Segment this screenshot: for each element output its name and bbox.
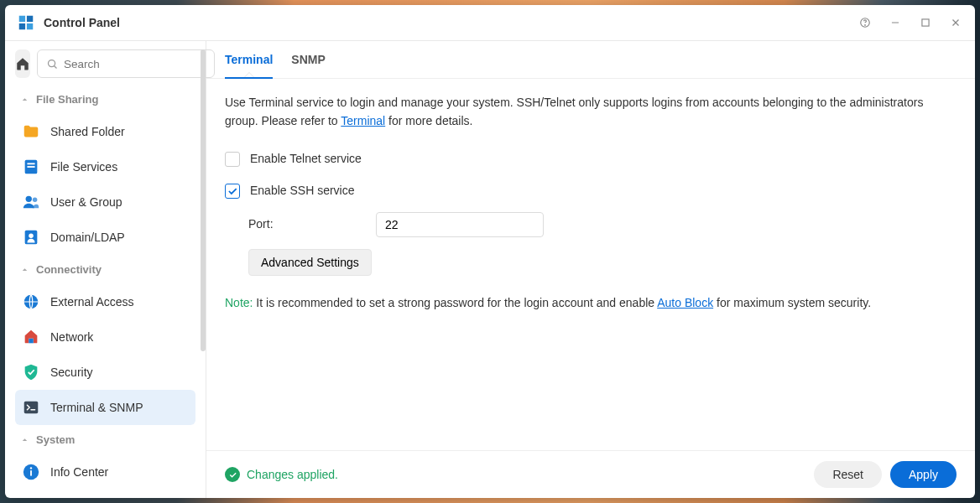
check-icon <box>227 185 238 197</box>
file-services-icon <box>22 158 40 176</box>
window-controls <box>858 15 963 30</box>
sidebar-item-label: File Services <box>50 160 117 174</box>
note-line: Note: It is recommended to set a strong … <box>225 294 957 313</box>
terminal-settings-content: Use Terminal service to login and manage… <box>206 79 975 450</box>
svg-rect-14 <box>27 166 34 168</box>
port-row: Port: <box>225 207 957 242</box>
search-field[interactable] <box>37 49 215 78</box>
external-access-icon <box>22 293 40 311</box>
terminal-link[interactable]: Terminal <box>341 114 385 127</box>
sidebar-item-user-group[interactable]: User & Group <box>15 184 195 220</box>
enable-ssh-row: Enable SSH service <box>225 175 957 207</box>
info-icon <box>22 463 40 481</box>
sidebar: File Sharing Shared Folder File Services… <box>5 41 206 498</box>
enable-ssh-label: Enable SSH service <box>250 182 355 200</box>
section-file-sharing[interactable]: File Sharing <box>15 85 201 114</box>
shield-icon <box>22 363 40 381</box>
home-icon <box>15 56 30 71</box>
svg-line-11 <box>55 65 57 68</box>
terminal-icon <box>22 398 40 417</box>
svg-rect-1 <box>27 16 33 22</box>
sidebar-item-shared-folder[interactable]: Shared Folder <box>15 114 195 149</box>
success-icon <box>225 467 240 482</box>
chevron-up-icon <box>20 95 29 104</box>
sidebar-item-label: User & Group <box>50 195 122 209</box>
sidebar-item-label: Shared Folder <box>50 125 125 138</box>
chevron-up-icon <box>20 265 29 274</box>
status-message: Changes applied. <box>225 467 805 482</box>
note-label: Note: <box>225 296 253 309</box>
svg-rect-3 <box>27 23 33 29</box>
user-group-icon <box>22 193 40 211</box>
scrollbar-thumb[interactable] <box>201 49 206 351</box>
reset-button[interactable]: Reset <box>814 461 882 488</box>
svg-rect-2 <box>19 23 25 29</box>
maximize-button[interactable] <box>918 15 933 30</box>
sidebar-item-label: Info Center <box>50 465 108 479</box>
enable-telnet-label: Enable Telnet service <box>250 150 362 169</box>
sidebar-item-security[interactable]: Security <box>15 355 195 390</box>
window-title: Control Panel <box>44 16 858 29</box>
body: File Sharing Shared Folder File Services… <box>5 41 975 498</box>
footer: Changes applied. Reset Apply <box>206 450 975 498</box>
section-label: Connectivity <box>36 263 102 276</box>
auto-block-link[interactable]: Auto Block <box>657 296 713 309</box>
domain-icon <box>22 228 40 246</box>
svg-point-24 <box>30 467 32 469</box>
svg-rect-20 <box>29 339 34 344</box>
sidebar-item-info-center[interactable]: Info Center <box>15 454 195 490</box>
sidebar-scrollbar[interactable] <box>201 49 206 490</box>
svg-rect-23 <box>30 470 32 475</box>
section-label: File Sharing <box>36 93 98 106</box>
folder-icon <box>22 122 40 141</box>
help-button[interactable] <box>858 15 873 30</box>
tab-bar: Terminal SNMP <box>206 41 975 79</box>
svg-rect-0 <box>19 16 25 22</box>
advanced-settings-button[interactable]: Advanced Settings <box>248 249 372 276</box>
minimize-button[interactable] <box>888 15 903 30</box>
svg-point-5 <box>865 25 866 26</box>
sidebar-item-terminal-snmp[interactable]: Terminal & SNMP <box>15 390 195 425</box>
intro-text: Use Terminal service to login and manage… <box>225 94 957 130</box>
sidebar-item-external-access[interactable]: External Access <box>15 284 195 319</box>
port-input[interactable] <box>376 212 544 237</box>
enable-telnet-row: Enable Telnet service <box>225 143 957 175</box>
network-icon <box>22 328 40 346</box>
apply-button[interactable]: Apply <box>890 461 957 488</box>
chevron-up-icon <box>20 435 29 444</box>
svg-rect-13 <box>27 163 34 164</box>
app-icon <box>17 13 35 32</box>
window: Control Panel File Sharing <box>5 5 975 498</box>
svg-point-15 <box>26 196 32 202</box>
section-label: System <box>36 433 75 446</box>
enable-ssh-checkbox[interactable] <box>225 184 240 199</box>
port-label: Port: <box>248 215 366 234</box>
svg-rect-21 <box>24 402 39 414</box>
home-button[interactable] <box>15 49 30 78</box>
svg-rect-7 <box>922 19 929 26</box>
svg-point-10 <box>49 60 55 66</box>
sidebar-item-label: Terminal & SNMP <box>50 401 143 414</box>
section-system[interactable]: System <box>15 425 201 454</box>
sidebar-item-label: Domain/LDAP <box>50 231 125 244</box>
search-icon <box>46 58 59 70</box>
sidebar-item-label: Network <box>50 330 93 344</box>
svg-point-16 <box>33 198 38 203</box>
tab-terminal[interactable]: Terminal <box>225 53 273 78</box>
sidebar-item-domain-ldap[interactable]: Domain/LDAP <box>15 220 195 255</box>
status-text: Changes applied. <box>247 468 338 481</box>
sidebar-item-label: Security <box>50 366 93 379</box>
close-button[interactable] <box>948 15 963 30</box>
section-connectivity[interactable]: Connectivity <box>15 255 201 284</box>
tab-snmp[interactable]: SNMP <box>291 53 325 78</box>
titlebar: Control Panel <box>5 5 975 41</box>
sidebar-item-label: External Access <box>50 295 134 309</box>
enable-telnet-checkbox[interactable] <box>225 152 240 167</box>
search-input[interactable] <box>64 58 206 70</box>
svg-point-18 <box>29 233 34 238</box>
main-panel: Terminal SNMP Use Terminal service to lo… <box>206 41 975 498</box>
sidebar-item-file-services[interactable]: File Services <box>15 149 195 184</box>
sidebar-item-network[interactable]: Network <box>15 319 195 355</box>
